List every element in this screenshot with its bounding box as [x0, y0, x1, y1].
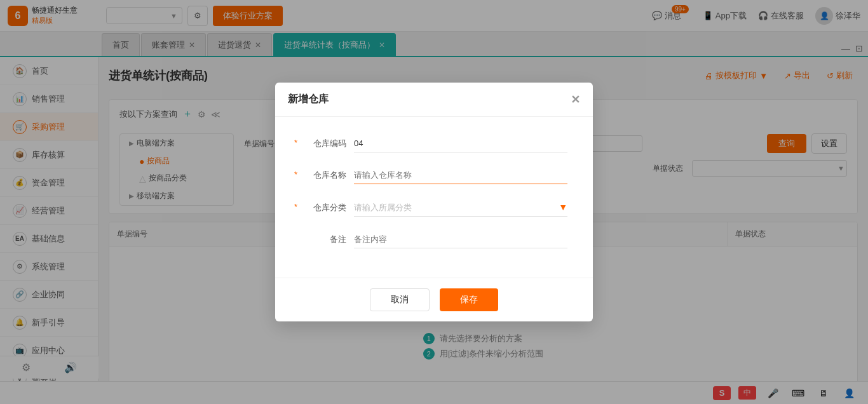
warehouse-name-input[interactable] [354, 166, 567, 184]
modal-header: 新增仓库 ✕ [275, 83, 593, 117]
warehouse-category-select[interactable]: 请输入所属分类 [354, 203, 559, 212]
warehouse-note-field: 备注 [301, 231, 567, 248]
warehouse-category-select-wrap[interactable]: 请输入所属分类 ▼ [354, 198, 567, 217]
warehouse-code-label: 仓库编码 [301, 138, 346, 149]
modal-close-btn[interactable]: ✕ [571, 94, 580, 105]
modal-footer: 取消 保存 [275, 278, 593, 321]
warehouse-code-input[interactable] [354, 135, 567, 152]
warehouse-name-label: 仓库名称 [301, 170, 346, 181]
warehouse-note-input[interactable] [354, 231, 567, 248]
modal-title: 新增仓库 [288, 93, 329, 106]
category-chevron-icon: ▼ [559, 202, 567, 212]
modal-body: 仓库编码 仓库名称 仓库分类 请输入所属分类 ▼ 备注 [275, 117, 593, 278]
warehouse-category-field: 仓库分类 请输入所属分类 ▼ [301, 198, 567, 217]
warehouse-category-label: 仓库分类 [301, 202, 346, 213]
modal-save-button[interactable]: 保存 [440, 288, 498, 311]
warehouse-note-label: 备注 [301, 234, 346, 245]
warehouse-code-field: 仓库编码 [301, 135, 567, 152]
warehouse-name-field: 仓库名称 [301, 166, 567, 184]
modal-cancel-button[interactable]: 取消 [370, 288, 430, 311]
modal-overlay[interactable]: 新增仓库 ✕ 仓库编码 仓库名称 仓库分类 请输入所属分类 ▼ [0, 0, 868, 404]
new-warehouse-modal: 新增仓库 ✕ 仓库编码 仓库名称 仓库分类 请输入所属分类 ▼ [275, 83, 593, 321]
